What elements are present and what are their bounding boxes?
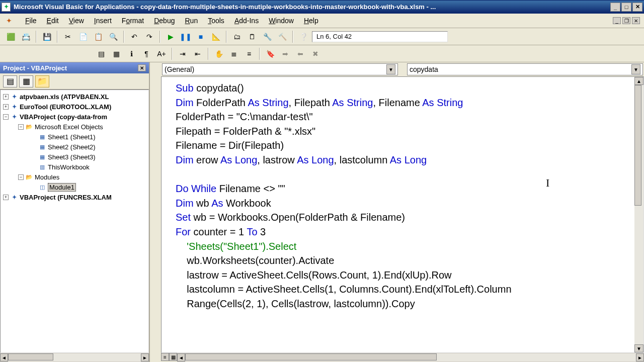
scrollbar-thumb[interactable]	[634, 85, 641, 206]
edit-toolbar: ▤ ▦ ℹ ¶ A+ ⇥ ⇤ ✋ ≣ ≡ 🔖 ➡ ⬅ ✖	[0, 45, 644, 62]
folder-icon: 📂	[25, 173, 33, 181]
redo-icon[interactable]: ↷	[143, 30, 156, 43]
uncomment-block-icon[interactable]: ≡	[243, 47, 256, 60]
collapse-icon[interactable]: −	[18, 174, 24, 180]
menu-window[interactable]: Window	[264, 15, 299, 26]
menu-edit[interactable]: Edit	[42, 15, 64, 26]
scroll-up-icon[interactable]: ▲	[634, 77, 643, 85]
tree-item-label: Microsoft Excel Objects	[35, 123, 103, 131]
close-button[interactable]: ✕	[632, 3, 642, 12]
mdi-restore-button[interactable]: ❐	[622, 17, 630, 24]
run-icon[interactable]: ▶	[164, 30, 177, 43]
tree-item-label: Modules	[35, 173, 59, 181]
breakpoint-icon[interactable]: ✋	[212, 47, 225, 60]
list-properties-icon[interactable]: ▤	[95, 47, 108, 60]
scroll-down-icon[interactable]: ▼	[634, 344, 643, 352]
scrollbar-thumb[interactable]	[8, 353, 53, 360]
tree-item-label: Sheet1 (Sheet1)	[48, 133, 96, 141]
code-window: (General) ▼ copydata ▼ Sub copydata() Di…	[150, 62, 644, 362]
full-module-view-button[interactable]: ▦	[169, 353, 177, 361]
toolbar-handle-icon[interactable]: ✦	[4, 16, 14, 26]
cursor-position: Ln 6, Col 42	[312, 31, 448, 42]
properties-icon[interactable]: 🗒	[246, 30, 259, 43]
toolbox-icon[interactable]: 🔨	[276, 30, 289, 43]
worksheet-icon: ▦	[38, 153, 46, 161]
worksheet-icon: ▦	[38, 143, 46, 151]
project-explorer-icon[interactable]: 🗂	[230, 30, 244, 43]
view-code-button[interactable]: ▤	[3, 75, 17, 87]
object-dropdown[interactable]: (General) ▼	[162, 63, 398, 75]
vba-app-icon: ✦	[2, 3, 11, 12]
expand-icon[interactable]: +	[3, 195, 9, 200]
menu-tools[interactable]: Tools	[203, 15, 229, 26]
menu-insert[interactable]: Insert	[89, 15, 117, 26]
mdi-close-button[interactable]: ✕	[632, 17, 640, 24]
scroll-left-icon[interactable]: ◄	[177, 353, 185, 361]
menu-debug[interactable]: Debug	[149, 15, 180, 26]
project-icon: ✦	[10, 93, 18, 101]
procedure-dropdown[interactable]: copydata ▼	[407, 63, 643, 75]
expand-icon[interactable]: +	[3, 104, 9, 110]
chevron-down-icon[interactable]: ▼	[386, 64, 395, 74]
prev-bookmark-icon[interactable]: ⬅	[294, 47, 307, 60]
scroll-right-icon[interactable]: ►	[636, 353, 644, 361]
insert-userform-icon[interactable]: 📇	[19, 30, 32, 43]
paste-icon[interactable]: 📋	[92, 30, 105, 43]
stop-icon[interactable]: ■	[194, 30, 207, 43]
tree-item-label: Sheet2 (Sheet2)	[48, 143, 96, 151]
comment-block-icon[interactable]: ≣	[227, 47, 240, 60]
object-browser-icon[interactable]: 🔧	[261, 30, 274, 43]
code-hscrollbar[interactable]: ◄ ►	[177, 353, 644, 362]
menu-run[interactable]: Run	[180, 15, 203, 26]
tree-item-label: Module1	[48, 183, 76, 192]
save-icon[interactable]: 💾	[40, 30, 53, 43]
module-icon: ◫	[38, 183, 46, 191]
chevron-down-icon[interactable]: ▼	[631, 64, 640, 74]
project-panel-close-button[interactable]: ✕	[138, 64, 146, 71]
complete-word-icon[interactable]: A+	[155, 47, 168, 60]
next-bookmark-icon[interactable]: ➡	[279, 47, 292, 60]
scroll-left-icon[interactable]: ◄	[0, 353, 8, 361]
procedure-view-button[interactable]: ≡	[161, 353, 169, 361]
expand-icon[interactable]: +	[3, 94, 9, 100]
menu-addins[interactable]: Add-Ins	[229, 15, 264, 26]
list-constants-icon[interactable]: ▦	[110, 47, 123, 60]
collapse-icon[interactable]: −	[3, 114, 9, 120]
tree-item-label: VBAProject (copy-data-from	[20, 113, 107, 121]
tree-item-label: ThisWorkbook	[48, 163, 90, 171]
maximize-button[interactable]: □	[621, 3, 631, 12]
design-mode-icon[interactable]: 📐	[209, 30, 222, 43]
bookmark-icon[interactable]: 🔖	[264, 47, 277, 60]
mdi-minimize-button[interactable]: _	[613, 17, 621, 24]
clear-bookmarks-icon[interactable]: ✖	[309, 47, 322, 60]
project-hscrollbar[interactable]: ◄ ►	[0, 353, 149, 362]
menu-format[interactable]: Format	[117, 15, 149, 26]
scrollbar-thumb[interactable]	[185, 353, 437, 360]
scroll-right-icon[interactable]: ►	[141, 353, 149, 361]
menu-help[interactable]: Help	[299, 15, 324, 26]
copy-icon[interactable]: 📄	[76, 30, 90, 43]
pause-icon[interactable]: ❚❚	[179, 30, 192, 43]
menu-bar: ✦ File Edit View Insert Format Debug Run…	[0, 14, 644, 28]
view-object-button[interactable]: ▦	[19, 75, 33, 87]
menu-file[interactable]: File	[20, 15, 42, 26]
undo-icon[interactable]: ↶	[128, 30, 141, 43]
project-panel-title: Project - VBAProject ✕	[0, 62, 149, 73]
minimize-button[interactable]: _	[610, 3, 620, 12]
find-icon[interactable]: 🔍	[107, 30, 120, 43]
indent-icon[interactable]: ⇥	[176, 47, 189, 60]
toggle-folders-button[interactable]: 📁	[35, 75, 49, 87]
collapse-icon[interactable]: −	[18, 124, 24, 130]
cut-icon[interactable]: ✂	[61, 30, 74, 43]
help-icon[interactable]: ❔	[297, 30, 310, 43]
code-editor[interactable]: Sub copydata() Dim FolderPath As String,…	[161, 76, 644, 353]
code-vscrollbar[interactable]: ▲ ▼	[634, 77, 643, 352]
project-icon: ✦	[10, 193, 18, 201]
parameter-info-icon[interactable]: ¶	[140, 47, 153, 60]
worksheet-icon: ▦	[38, 133, 46, 141]
outdent-icon[interactable]: ⇤	[191, 47, 204, 60]
project-tree[interactable]: +✦atpvbaen.xls (ATPVBAEN.XL +✦EuroTool (…	[0, 89, 149, 353]
view-excel-icon[interactable]: 🟩	[4, 30, 17, 43]
menu-view[interactable]: View	[64, 15, 89, 26]
quick-info-icon[interactable]: ℹ	[125, 47, 138, 60]
